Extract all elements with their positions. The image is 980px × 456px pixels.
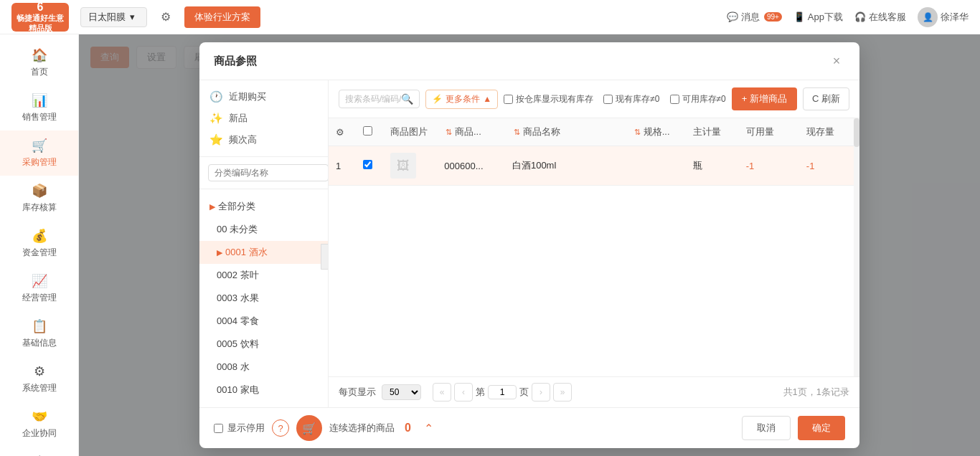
checkbox-warehouse-label[interactable]: 按仓库显示现有库存 [504,93,593,105]
category-item-tea[interactable]: 0002 茶叶 [199,264,328,287]
sidebar-item-sales[interactable]: 📊 销售管理 [0,85,78,130]
page-nav: « ‹ 第 页 › » [433,383,572,402]
user-menu[interactable]: 👤 徐泽华 [918,7,969,27]
th-name[interactable]: ⇅ 商品名称 [505,118,626,146]
checkbox-warehouse[interactable] [504,95,513,104]
sidebar-item-basic-info[interactable]: 📋 基础信息 [0,311,78,356]
th-checkbox[interactable] [356,118,383,146]
settings-icon: ⚙ [336,127,344,138]
more-filter-button[interactable]: ⚡ 更多条件 ▲ [425,90,498,109]
product-search-icon[interactable]: 🔍 [401,93,413,105]
page-next-button[interactable]: › [532,383,550,402]
sidebar-item-enterprise[interactable]: 🤝 企业协同 [0,402,78,447]
th-code-label: 商品... [455,126,481,137]
modal-header: 商品参照 × [199,42,859,80]
page-first-button[interactable]: « [433,383,451,402]
sidebar-item-home[interactable]: 🏠 首页 [0,40,78,85]
purchase-icon: 🛒 [32,138,47,153]
modal-body: 🕐 近期购买 ✨ 新品 ⭐ 频次高 [199,80,859,407]
per-page-select[interactable]: 50 20 100 [382,384,421,400]
sidebar-item-finance[interactable]: 💰 资金管理 [0,221,78,266]
scroll-track[interactable] [854,118,859,376]
footer-selected-count: 0 [405,422,411,434]
sidebar-label-enterprise: 企业协同 [22,427,57,440]
category-item-appliance[interactable]: 0010 家电 [199,379,328,402]
quick-filter-new-label: 新品 [229,112,248,125]
category-item-liquor[interactable]: ▶ 0001 酒水 [199,241,328,264]
checkbox-available-ne-label[interactable]: 可用库存≠0 [670,93,726,105]
cell-code: 000600... [437,146,505,186]
pagination-bar: 每页显示 50 20 100 « ‹ 第 页 [329,376,859,407]
inventory-icon: 📦 [32,183,47,199]
all-arrow-icon: ▶ [209,202,215,212]
category-search-input[interactable] [208,164,329,181]
quick-filter-new[interactable]: ✨ 新品 [199,108,328,129]
sidebar-item-guide[interactable]: 🎓 新手引导 [0,447,78,456]
service-label: 在线客服 [869,11,906,24]
category-item-water[interactable]: 0008 水 [199,356,328,379]
category-item-snack[interactable]: 0004 零食 [199,310,328,333]
footer-actions: 取消 确定 [742,416,845,440]
messages-button[interactable]: 💬 消息 99+ [727,11,782,24]
show-disabled-checkbox[interactable] [214,424,223,433]
sidebar-item-purchase[interactable]: 🛒 采购管理 [0,130,78,176]
sort-icon-spec: ⇅ [634,128,641,136]
footer-cart-button[interactable]: 🛒 [296,415,322,441]
settings-icon[interactable]: ⚙ [154,6,177,29]
product-table: ⚙ 商品图片 [329,118,859,186]
cell-stock: -1 [799,146,859,186]
product-search-input[interactable] [345,94,401,104]
page-input[interactable] [488,385,517,399]
category-item-beverage[interactable]: 0005 饮料 [199,333,328,356]
cta-button[interactable]: 体验行业方案 [184,6,260,28]
sidebar-item-operations[interactable]: 📈 经营管理 [0,266,78,311]
category-label-fruit: 0003 水果 [217,292,259,305]
category-item-fruit[interactable]: 0003 水果 [199,287,328,310]
sidebar-item-system[interactable]: ⚙ 系统管理 [0,356,78,402]
quick-filter-recent[interactable]: 🕐 近期购买 [199,86,328,108]
category-panel: 🕐 近期购买 ✨ 新品 ⭐ 频次高 [199,80,329,407]
panel-collapse-button[interactable]: 《 [321,244,329,270]
th-code[interactable]: ⇅ 商品... [437,118,505,146]
page-prev-button[interactable]: ‹ [454,383,473,402]
footer-help-button[interactable]: ? [272,419,289,437]
filter-label: 更多条件 [446,93,480,105]
checkbox-stock-ne-label[interactable]: 现有库存≠0 [603,93,659,105]
filter-arrow-icon: ▲ [483,94,491,104]
cancel-button[interactable]: 取消 [742,416,791,440]
checkbox-stock-ne[interactable] [603,95,613,104]
sidebar-label-finance: 资金管理 [22,247,57,259]
sidebar-item-inventory[interactable]: 📦 库存核算 [0,176,78,221]
modal-close-button[interactable]: × [828,52,845,70]
store-selector[interactable]: 日太阳膜 ▾ [80,7,147,27]
online-service-button[interactable]: 🎧 在线客服 [854,11,906,24]
th-settings[interactable]: ⚙ [329,118,356,146]
page-last-button[interactable]: » [553,383,572,402]
category-label-beverage: 0005 饮料 [217,338,259,351]
cell-checkbox[interactable] [356,146,383,186]
footer-expand-icon[interactable]: ⌃ [424,422,433,435]
select-all-checkbox[interactable] [363,126,372,136]
category-item-uncategorized[interactable]: 00 未分类 [199,218,328,241]
app-label: App下载 [808,11,843,24]
cell-name: 白酒100ml [505,146,626,186]
table-row[interactable]: 1 🖼 000600... 白酒100ml 瓶 -1 -1 [329,146,859,186]
th-unit: 主计量 [686,118,739,146]
checkbox-available-ne[interactable] [670,95,679,104]
scroll-thumb[interactable] [854,118,859,147]
sidebar-label-operations: 经营管理 [22,292,57,304]
quick-filter-frequent[interactable]: ⭐ 频次高 [199,129,328,151]
refresh-button[interactable]: C 刷新 [803,87,849,110]
page-total-info: 共1页，1条记录 [783,386,849,399]
th-spec[interactable]: ⇅ 规格... [626,118,686,146]
navbar: 6 畅捷通好生意 精品版 日太阳膜 ▾ ⚙ 体验行业方案 💬 消息 99+ 📱 … [0,0,980,34]
category-label-liquor: 0001 酒水 [225,246,268,259]
category-item-all[interactable]: ▶ 全部分类 [199,195,328,218]
username: 徐泽华 [941,11,969,24]
filter-icon: ⚡ [432,94,443,104]
cart-icon: 🛒 [302,422,316,435]
show-disabled-label: 显示停用 [227,422,265,434]
confirm-button[interactable]: 确定 [798,416,845,440]
app-download-button[interactable]: 📱 App下载 [793,11,843,24]
add-product-button[interactable]: + 新增商品 [732,87,797,110]
